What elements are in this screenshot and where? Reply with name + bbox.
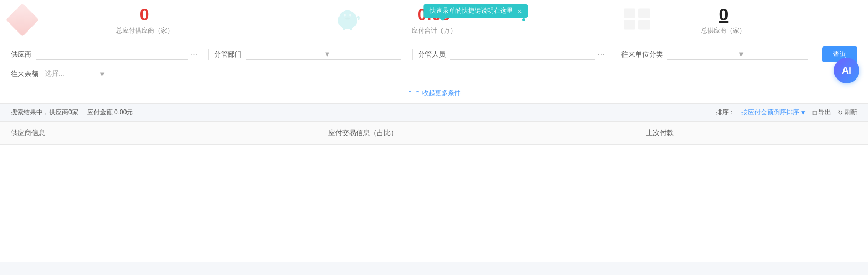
export-button[interactable]: □ 导出 [813, 108, 831, 117]
tooltip-text: 快速录单的快捷键说明在这里 [430, 6, 513, 15]
divider-1 [208, 49, 209, 60]
stat-total-suppliers: 0 总供应商（家） [579, 0, 868, 40]
diamond-icon [11, 8, 34, 32]
sort-prefix: 排序： [716, 108, 735, 117]
stat-number-payable: 0 [140, 4, 149, 25]
grid-icon [622, 7, 651, 33]
filter-row-1: 供应商 ··· 分管部门 ▼ 分管人员 ··· 往来单位分类 ▼ [11, 46, 857, 62]
person-input[interactable] [450, 49, 596, 60]
svg-point-4 [344, 14, 346, 17]
svg-rect-7 [343, 27, 345, 30]
stat-number-suppliers: 0 [719, 4, 728, 25]
stat-label-suppliers: 总供应商（家） [701, 26, 746, 35]
svg-point-6 [345, 18, 350, 20]
table-col-last-payment: 上次付款 [646, 128, 858, 138]
sort-value: 按应付会额倒序排序 [741, 108, 799, 117]
stat-label-total: 应付合计（万） [412, 26, 456, 35]
balance-filter: 往来余额 选择... ▼ [11, 68, 160, 80]
person-dots[interactable]: ··· [597, 50, 604, 59]
svg-rect-8 [350, 27, 352, 30]
refresh-icon: ↻ [838, 109, 843, 116]
stat-payable-total: 快速录单的快捷键说明在这里 × 0.00 应付合计（万） [289, 0, 579, 40]
filter-row-2: 往来余额 选择... ▼ [11, 68, 857, 80]
sort-chevron: ▼ [800, 109, 807, 116]
results-count: 搜索结果中，供应商0家 [11, 108, 78, 117]
refresh-label: 刷新 [845, 108, 857, 117]
results-bar: 搜索结果中，供应商0家 应付金额 0.00元 排序： 按应付会额倒序排序 ▼ □… [0, 104, 868, 122]
divider-2 [412, 49, 413, 60]
department-label: 分管部门 [214, 50, 242, 59]
balance-chevron: ▼ [99, 70, 153, 78]
tooltip-close-button[interactable]: × [517, 7, 522, 15]
person-filter: 分管人员 ··· [418, 49, 610, 60]
supplier-label: 供应商 [11, 50, 31, 59]
divider-3 [616, 49, 616, 60]
filter-bar: 供应商 ··· 分管部门 ▼ 分管人员 ··· 往来单位分类 ▼ [0, 40, 868, 104]
table-col-transaction: 应付交易信息（占比） [328, 128, 646, 138]
table-col-supplier: 供应商信息 [11, 128, 328, 138]
department-select[interactable]: ▼ [246, 49, 401, 60]
supplier-dots[interactable]: ··· [191, 50, 198, 59]
balance-select[interactable]: 选择... ▼ [43, 68, 155, 80]
results-amount: 应付金额 0.00元 [87, 108, 133, 117]
supplier-input[interactable] [36, 49, 188, 60]
export-label: 导出 [818, 108, 831, 117]
department-filter: 分管部门 ▼ [214, 49, 406, 60]
results-left: 搜索结果中，供应商0家 应付金额 0.00元 [11, 108, 133, 117]
tooltip-bubble: 快速录单的快捷键说明在这里 × [423, 4, 528, 18]
unit-class-chevron: ▼ [738, 50, 806, 58]
unit-class-label: 往来单位分类 [621, 50, 663, 59]
sort-select[interactable]: 按应付会额倒序排序 ▼ [741, 108, 807, 117]
svg-rect-9 [624, 9, 635, 18]
collapse-button[interactable]: ⌃ ⌃ 收起更多条件 [407, 89, 460, 98]
svg-point-5 [349, 14, 351, 17]
department-chevron: ▼ [323, 50, 399, 58]
stats-bar: 0 总应付供应商（家） 快速录单的快捷键说明在这里 × 0.00 [0, 0, 868, 40]
refresh-button[interactable]: ↻ 刷新 [838, 108, 857, 117]
tooltip-dot [521, 17, 526, 22]
export-icon: □ [813, 109, 817, 116]
unit-class-select[interactable]: ▼ [667, 49, 808, 60]
table-area: 供应商信息 应付交易信息（占比） 上次付款 [0, 122, 868, 262]
stat-total-payable-suppliers: 0 总应付供应商（家） [0, 0, 289, 40]
stat-label-payable: 总应付供应商（家） [116, 26, 173, 35]
results-right: 排序： 按应付会额倒序排序 ▼ □ 导出 ↻ 刷新 [716, 108, 857, 117]
unit-class-filter: 往来单位分类 ▼ [621, 49, 814, 60]
table-body [0, 145, 868, 262]
balance-label: 往来余额 [11, 69, 38, 79]
svg-rect-11 [624, 20, 635, 30]
pig-icon [333, 5, 362, 35]
collapse-icon: ⌃ ⌃ [407, 90, 420, 97]
table-header: 供应商信息 应付交易信息（占比） 上次付款 [0, 122, 868, 145]
svg-rect-10 [638, 9, 650, 18]
supplier-filter: 供应商 ··· [11, 49, 203, 60]
collapse-row: ⌃ ⌃ 收起更多条件 [11, 85, 857, 103]
collapse-label: 收起更多条件 [422, 89, 461, 98]
balance-placeholder: 选择... [45, 69, 99, 78]
person-label: 分管人员 [418, 50, 446, 59]
svg-rect-12 [638, 20, 650, 30]
ai-assistant-button[interactable]: Ai [834, 58, 859, 83]
